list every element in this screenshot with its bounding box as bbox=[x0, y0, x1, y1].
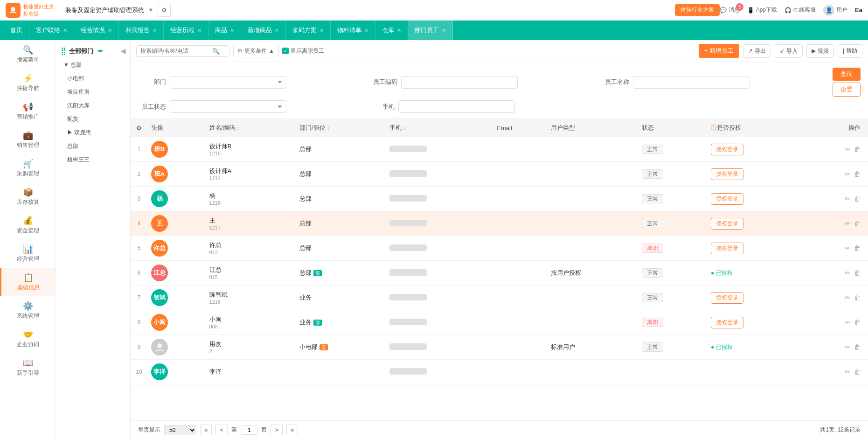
close-add-goods-tab[interactable]: ✕ bbox=[275, 28, 279, 34]
dept-filter-select[interactable] bbox=[170, 76, 286, 89]
edit-icon[interactable]: ✏ bbox=[845, 146, 850, 153]
edit-icon[interactable]: ✏ bbox=[845, 294, 850, 301]
edit-icon[interactable]: ✏ bbox=[845, 343, 850, 351]
dropdown-arrow-icon[interactable]: ▼ bbox=[148, 7, 154, 14]
sidebar-item-basic[interactable]: 📋 基础信息 bbox=[0, 268, 56, 296]
last-page-button[interactable]: » bbox=[286, 425, 298, 435]
show-resigned-checkbox[interactable]: ✓ 显示离职员工 bbox=[282, 47, 324, 55]
close-barcode-tab[interactable]: ✕ bbox=[319, 28, 324, 34]
dept-item-zongbu-parent[interactable]: ▼ 总部 bbox=[56, 58, 130, 72]
user-menu-button[interactable]: 👤 用户 bbox=[823, 5, 847, 16]
col-settings[interactable]: ⚙ bbox=[131, 119, 147, 137]
tab-warehouse[interactable]: 仓库 ✕ bbox=[375, 21, 408, 40]
close-goods-tab[interactable]: ✕ bbox=[230, 28, 234, 34]
sidebar-item-finance[interactable]: 💰 资金管理 bbox=[0, 211, 56, 239]
delete-icon[interactable]: 🗑 bbox=[854, 368, 861, 376]
auth-login-button[interactable]: 授权登录 bbox=[711, 317, 743, 328]
import-button[interactable]: ↙ 导入 bbox=[775, 44, 803, 58]
trial-button[interactable]: 体验行业方案 bbox=[675, 4, 720, 16]
delete-icon[interactable]: 🗑 bbox=[854, 319, 861, 326]
col-dept[interactable]: 部门/职位 ↕ bbox=[296, 119, 386, 137]
close-business-tab[interactable]: ✕ bbox=[108, 28, 112, 34]
close-bom-tab[interactable]: ✕ bbox=[364, 28, 368, 34]
prev-page-button[interactable]: < bbox=[215, 425, 228, 435]
sidebar-item-marketing[interactable]: 📢 营销推广 bbox=[0, 97, 56, 125]
search-icon[interactable]: 🔍 bbox=[212, 48, 220, 55]
auth-login-button[interactable]: 授权登录 bbox=[711, 168, 743, 180]
close-dept-tab[interactable]: ✕ bbox=[442, 28, 446, 34]
sidebar-item-sales[interactable]: 💼 销售管理 bbox=[0, 125, 56, 154]
messages-button[interactable]: 💬 消息 5 bbox=[720, 6, 740, 14]
tab-goods[interactable]: 商品 ✕ bbox=[208, 21, 241, 40]
dept-item-shuanglu[interactable]: ▶ 双鹿想 bbox=[56, 126, 130, 139]
first-page-button[interactable]: « bbox=[200, 425, 212, 435]
emp-status-select[interactable] bbox=[170, 100, 286, 113]
tab-add-goods[interactable]: 新增商品 ✕ bbox=[241, 21, 286, 40]
more-filter-button[interactable]: ⚙ 更多条件 ▲ bbox=[233, 45, 278, 57]
sidebar-item-inventory[interactable]: 📦 库存核算 bbox=[0, 182, 56, 211]
dept-item-peihuo[interactable]: 配货 bbox=[56, 112, 130, 126]
dept-edit-icon[interactable]: ✏ bbox=[98, 48, 103, 55]
sidebar-item-quicknav[interactable]: ⚡ 快捷导航 bbox=[0, 69, 56, 97]
delete-icon[interactable]: 🗑 bbox=[854, 146, 861, 153]
auth-login-button[interactable]: 授权登录 bbox=[711, 292, 743, 304]
search-input[interactable] bbox=[140, 48, 210, 54]
edit-icon[interactable]: ✏ bbox=[845, 170, 850, 178]
close-history-tab[interactable]: ✕ bbox=[197, 28, 201, 34]
close-profit-tab[interactable]: ✕ bbox=[153, 28, 157, 34]
dept-item-zhushu[interactable]: 植树王三 bbox=[56, 153, 130, 167]
next-page-button[interactable]: > bbox=[271, 425, 283, 435]
online-service-button[interactable]: 🎧 在线客服 bbox=[785, 6, 816, 14]
export-button[interactable]: ↗ 导出 bbox=[743, 44, 771, 58]
tab-business[interactable]: 经营情况 ✕ bbox=[74, 21, 119, 40]
col-phone[interactable]: 手机 ↕ bbox=[386, 119, 493, 137]
app-download-button[interactable]: 📱 App下载 bbox=[747, 6, 777, 14]
delete-icon[interactable]: 🗑 bbox=[854, 343, 861, 351]
video-button[interactable]: ▶ 视频 bbox=[806, 44, 834, 58]
tab-bom[interactable]: 物料清单 ✕ bbox=[331, 21, 375, 40]
delete-icon[interactable]: 🗑 bbox=[854, 269, 861, 277]
sidebar-item-operation[interactable]: 📊 经营管理 bbox=[0, 239, 56, 268]
per-page-select[interactable]: 50 100 bbox=[164, 425, 196, 435]
emp-name-input[interactable] bbox=[633, 76, 750, 89]
dept-item-xiaodibu[interactable]: 小电部 bbox=[56, 72, 130, 85]
emp-code-input[interactable] bbox=[401, 76, 518, 89]
sidebar-item-purchase[interactable]: 🛒 采购管理 bbox=[0, 154, 56, 182]
delete-icon[interactable]: 🗑 bbox=[854, 220, 861, 227]
col-name[interactable]: 姓名/编码 ↕ bbox=[206, 119, 296, 137]
tab-barcode[interactable]: 条码方案 ✕ bbox=[286, 21, 331, 40]
phone-input[interactable] bbox=[398, 100, 515, 113]
tab-customer[interactable]: 客户联络 ✕ bbox=[29, 21, 74, 40]
auth-login-button[interactable]: 授权登录 bbox=[711, 243, 743, 254]
edit-icon[interactable]: ✏ bbox=[845, 319, 850, 326]
query-button[interactable]: 查询 bbox=[833, 68, 861, 81]
delete-icon[interactable]: 🗑 bbox=[854, 170, 861, 178]
dept-item-shenyang[interactable]: 沈阳大库 bbox=[56, 99, 130, 112]
search-box[interactable]: 🔍 bbox=[136, 45, 229, 57]
edit-icon[interactable]: ✏ bbox=[845, 244, 850, 252]
page-number-input[interactable] bbox=[241, 425, 257, 435]
dept-item-zongbu[interactable]: 总部 bbox=[56, 139, 130, 153]
sidebar-item-system[interactable]: ⚙️ 系统管理 bbox=[0, 296, 56, 325]
edit-icon[interactable]: ✏ bbox=[845, 195, 850, 202]
edit-icon[interactable]: ✏ bbox=[845, 220, 850, 227]
delete-icon[interactable]: 🗑 bbox=[854, 244, 861, 252]
tab-home[interactable]: 首页 bbox=[4, 21, 29, 40]
delete-icon[interactable]: 🗑 bbox=[854, 195, 861, 202]
auth-login-button[interactable]: 授权登录 bbox=[711, 144, 743, 155]
delete-icon[interactable]: 🗑 bbox=[854, 294, 861, 301]
edit-icon[interactable]: ✏ bbox=[845, 368, 850, 376]
sidebar-item-collab[interactable]: 🤝 企业协同 bbox=[0, 325, 56, 353]
edit-icon[interactable]: ✏ bbox=[845, 269, 850, 277]
settings-button[interactable]: 设置 bbox=[833, 83, 861, 97]
auth-login-button[interactable]: 授权登录 bbox=[711, 218, 743, 230]
tab-profit[interactable]: 利润报告 ✕ bbox=[119, 21, 164, 40]
sidebar-item-guide[interactable]: 📖 新手引导 bbox=[0, 353, 56, 382]
close-warehouse-tab[interactable]: ✕ bbox=[397, 28, 401, 34]
dept-item-project[interactable]: 项目库房 bbox=[56, 85, 130, 99]
dept-collapse-icon[interactable]: ◀ bbox=[121, 48, 125, 55]
tab-department[interactable]: 部门员工 ✕ bbox=[408, 21, 453, 40]
auth-login-button[interactable]: 授权登录 bbox=[711, 193, 743, 205]
sidebar-item-search[interactable]: 🔍 搜索菜单 bbox=[0, 40, 56, 69]
settings-icon[interactable]: ⚙ bbox=[158, 4, 171, 17]
